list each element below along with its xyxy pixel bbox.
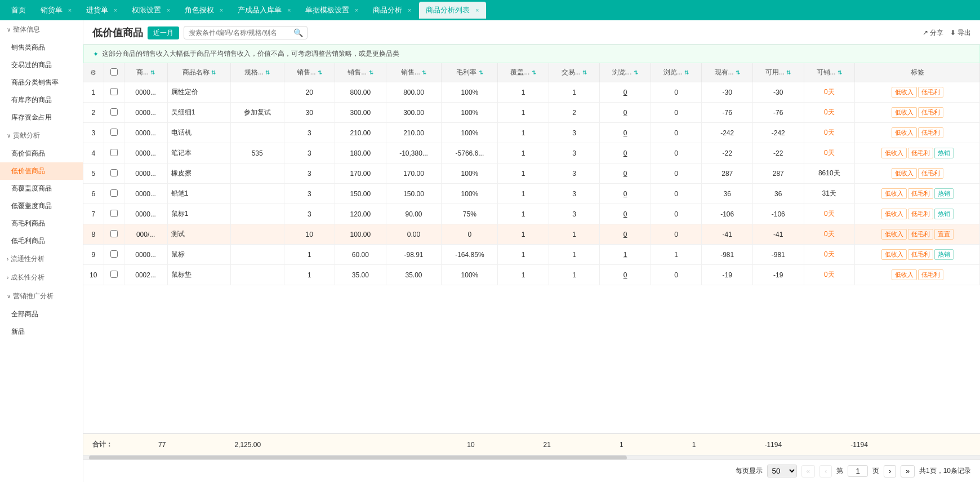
nav-template-settings[interactable]: 单据模板设置 ×: [299, 2, 365, 19]
row-select-checkbox[interactable]: [110, 250, 118, 258]
sidebar-item-category-sales-rate[interactable]: 商品分类销售率: [0, 74, 83, 91]
row-checkbox[interactable]: [104, 204, 124, 224]
browse-count[interactable]: 0: [623, 271, 627, 279]
browse-count[interactable]: 0: [623, 231, 627, 238]
browse-count[interactable]: 0: [623, 190, 627, 198]
row-select-checkbox[interactable]: [110, 88, 118, 95]
sidebar-item-all-products[interactable]: 全部商品: [0, 306, 83, 323]
page-number-input[interactable]: [848, 465, 868, 477]
nav-product-in[interactable]: 产成品入库单 ×: [231, 2, 297, 19]
sidebar-group-overall[interactable]: ∨ 整体信息: [0, 20, 83, 39]
sidebar-item-high-margin[interactable]: 高毛利商品: [0, 215, 83, 232]
first-page-button[interactable]: «: [801, 465, 816, 477]
browse-count[interactable]: 0: [623, 210, 627, 218]
row-select-checkbox[interactable]: [110, 108, 118, 116]
prev-page-button[interactable]: ‹: [819, 465, 832, 477]
nav-close-icon[interactable]: ×: [355, 7, 358, 14]
search-input[interactable]: [184, 26, 308, 39]
nav-close-icon[interactable]: ×: [220, 7, 223, 14]
col-stock-header[interactable]: 现有... ⇅: [702, 63, 753, 82]
row-checkbox[interactable]: [104, 265, 124, 285]
share-button[interactable]: ↗ 分享: [923, 28, 943, 38]
row-select-checkbox[interactable]: [110, 189, 118, 197]
row-select-checkbox[interactable]: [110, 210, 118, 217]
search-icon[interactable]: 🔍: [293, 28, 303, 37]
browse-count[interactable]: 0: [623, 89, 627, 96]
row-col11[interactable]: 0: [600, 224, 651, 245]
nav-close-icon[interactable]: ×: [114, 7, 117, 14]
row-col11[interactable]: 0: [600, 163, 651, 184]
select-all-checkbox[interactable]: [110, 68, 118, 76]
row-checkbox[interactable]: [104, 143, 124, 163]
horizontal-scrollbar[interactable]: [83, 455, 980, 459]
browse-count[interactable]: 0: [623, 149, 627, 157]
sidebar-group-growth[interactable]: › 成长性分析: [0, 268, 83, 287]
sidebar-group-circulation[interactable]: › 流通性分析: [0, 250, 83, 268]
col-browse1-header[interactable]: 浏览... ⇅: [600, 63, 651, 82]
col-sales3-header[interactable]: 销售... ⇅: [386, 63, 442, 82]
col-sellable-header[interactable]: 可销... ⇅: [804, 63, 855, 82]
nav-home[interactable]: 首页: [5, 2, 33, 19]
sidebar-item-inventory-capital[interactable]: 库存资金占用: [0, 109, 83, 126]
col-sales2-header[interactable]: 销售... ⇅: [335, 63, 386, 82]
sidebar-item-low-coverage[interactable]: 低覆盖度商品: [0, 197, 83, 215]
row-col11[interactable]: 0: [600, 123, 651, 143]
row-select-checkbox[interactable]: [110, 129, 118, 136]
browse-count[interactable]: 0: [623, 170, 627, 178]
row-col11[interactable]: 1: [600, 245, 651, 265]
row-checkbox[interactable]: [104, 163, 124, 184]
col-coverage-header[interactable]: 覆盖... ⇅: [498, 63, 549, 82]
col-code-header[interactable]: 商... ⇅: [124, 63, 167, 82]
col-available-header[interactable]: 可用... ⇅: [752, 63, 804, 82]
row-checkbox[interactable]: [104, 82, 124, 103]
row-col11[interactable]: 0: [600, 265, 651, 285]
row-col11[interactable]: 0: [600, 103, 651, 123]
col-margin-header[interactable]: 毛利率 ⇅: [442, 63, 498, 82]
col-sales1-header[interactable]: 销售... ⇅: [284, 63, 335, 82]
sidebar-item-low-margin[interactable]: 低毛利商品: [0, 232, 83, 250]
row-checkbox[interactable]: [104, 184, 124, 204]
per-page-select[interactable]: 50 100 200: [767, 465, 797, 477]
row-col11[interactable]: 0: [600, 143, 651, 163]
sidebar-item-high-coverage[interactable]: 高覆盖度商品: [0, 180, 83, 197]
row-select-checkbox[interactable]: [110, 230, 118, 237]
nav-sales-order[interactable]: 销货单 ×: [34, 2, 78, 19]
nav-role-auth[interactable]: 角色授权 ×: [178, 2, 230, 19]
row-select-checkbox[interactable]: [110, 271, 118, 278]
nav-close-icon[interactable]: ×: [287, 7, 291, 14]
row-col11[interactable]: 0: [600, 82, 651, 103]
sidebar-item-stocked-products[interactable]: 有库序的商品: [0, 91, 83, 109]
browse-count[interactable]: 0: [623, 109, 627, 117]
row-checkbox[interactable]: [104, 245, 124, 265]
row-checkbox[interactable]: [104, 224, 124, 245]
row-checkbox[interactable]: [104, 103, 124, 123]
col-spec-header[interactable]: 规格... ⇅: [230, 63, 284, 82]
export-button[interactable]: ⬇ 导出: [950, 28, 971, 38]
next-page-button[interactable]: ›: [884, 465, 896, 477]
sidebar-group-contribution[interactable]: ∨ 贡献分析: [0, 126, 83, 145]
nav-close-icon[interactable]: ×: [475, 7, 479, 14]
nav-close-icon[interactable]: ×: [68, 7, 72, 14]
col-browse2-header[interactable]: 浏览... ⇅: [651, 63, 702, 82]
sidebar-item-high-value[interactable]: 高价值商品: [0, 145, 83, 162]
col-trade-header[interactable]: 交易... ⇅: [549, 63, 600, 82]
nav-product-analysis-list[interactable]: 商品分析列表 ×: [419, 2, 485, 19]
browse-count[interactable]: 0: [623, 129, 627, 137]
nav-close-icon[interactable]: ×: [167, 7, 170, 14]
sidebar-item-new-products[interactable]: 新品: [0, 323, 83, 341]
nav-purchase-order[interactable]: 进货单 ×: [79, 2, 124, 19]
row-select-checkbox[interactable]: [110, 149, 118, 156]
sidebar-item-low-value[interactable]: 低价值商品: [0, 162, 83, 180]
row-checkbox[interactable]: [104, 123, 124, 143]
period-button[interactable]: 近一月: [148, 26, 179, 39]
browse-count[interactable]: 1: [623, 251, 627, 259]
col-name-header[interactable]: 商品名称 ⇅: [167, 63, 230, 82]
row-select-checkbox[interactable]: [110, 169, 118, 176]
nav-product-analysis[interactable]: 商品分析 ×: [366, 2, 418, 19]
nav-close-icon[interactable]: ×: [408, 7, 411, 14]
settings-header[interactable]: ⚙: [83, 63, 104, 82]
checkbox-header[interactable]: [104, 63, 124, 82]
sidebar-item-sales-products[interactable]: 销售类商品: [0, 39, 83, 56]
nav-permissions[interactable]: 权限设置 ×: [125, 2, 177, 19]
row-col11[interactable]: 0: [600, 184, 651, 204]
